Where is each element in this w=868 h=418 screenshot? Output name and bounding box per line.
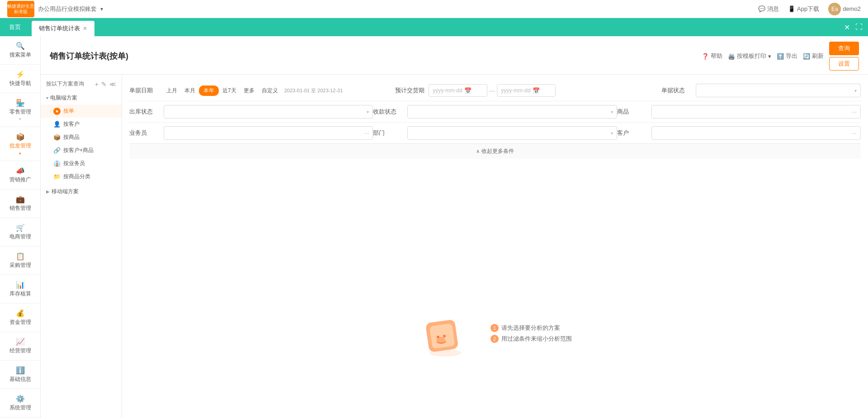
- department-label: 部门: [373, 129, 405, 137]
- department-select[interactable]: ▾: [407, 126, 617, 140]
- scheme-item-by-product[interactable]: 📦 按商品: [41, 131, 122, 144]
- page-header: 销售订单统计表(按单) ❓ 帮助 🖨️ 按模板打印 ▾ ⬆️ 导出 🔄 刷新: [41, 36, 868, 75]
- collapse-bar[interactable]: ∧ 收起更多条件: [129, 143, 861, 159]
- customer-dots-icon[interactable]: ···: [851, 129, 857, 137]
- help-label: 帮助: [711, 52, 722, 60]
- content: 销售订单统计表(按单) ❓ 帮助 🖨️ 按模板打印 ▾ ⬆️ 导出 🔄 刷新: [41, 36, 868, 418]
- sidebar-item-label: 搜索菜单: [9, 51, 31, 59]
- tab-close-icon[interactable]: ✕: [83, 25, 87, 32]
- tabbar: 首页 销售订单统计表 ✕ ✕ ⛶: [0, 18, 868, 36]
- date-btn-this-month[interactable]: 本月: [181, 85, 199, 96]
- tab-label: 销售订单统计表: [39, 24, 80, 33]
- scheme-group-desktop: ▾ 电脑端方案 ● 按单 👤 按客户 📦 按商品: [41, 91, 122, 183]
- scheme-item-label: 按商品分类: [63, 173, 90, 180]
- scheme-item-by-order[interactable]: ● 按单: [41, 104, 122, 118]
- export-btn[interactable]: ⬆️ 导出: [777, 52, 797, 60]
- scheme-edit-icon[interactable]: ✎: [101, 81, 107, 88]
- app-download-btn[interactable]: 📱 App下载: [788, 5, 819, 13]
- order-status-chevron-icon: ▾: [854, 88, 857, 93]
- product-input[interactable]: ···: [651, 105, 861, 119]
- tab-sales-order-stats[interactable]: 销售订单统计表 ✕: [32, 21, 94, 36]
- app-dropdown[interactable]: ▾: [100, 6, 103, 12]
- scheme-item-label: 按单: [63, 107, 74, 115]
- chevron-icon: ▾: [19, 117, 21, 121]
- salesperson-dots-icon[interactable]: ···: [364, 129, 369, 137]
- sidebar-item-system[interactable]: ⚙️ 系统管理: [0, 389, 40, 418]
- scheme-item-label: 按商品: [63, 133, 80, 141]
- window-close-btn[interactable]: ✕: [844, 23, 850, 32]
- scheme-group-desktop-header[interactable]: ▾ 电脑端方案: [41, 91, 122, 104]
- setting-button[interactable]: 设置: [829, 57, 859, 71]
- sidebar-item-ecommerce[interactable]: 🛒 电商管理: [0, 218, 40, 247]
- sidebar-item-finance[interactable]: 💰 资金管理: [0, 304, 40, 332]
- logo-text: 畅捷通好生意标准版: [7, 4, 34, 14]
- query-button[interactable]: 查询: [829, 42, 859, 55]
- date-btn-this-year[interactable]: 本年: [199, 86, 219, 96]
- receipt-status-select[interactable]: ▾: [407, 105, 617, 119]
- message-label: 消息: [767, 5, 779, 13]
- customer-icon: 👤: [53, 121, 61, 128]
- scheme-group-mobile-arrow-icon: ▶: [46, 189, 50, 194]
- scheme-item-by-customer-product[interactable]: 🔗 按客户+商品: [41, 144, 122, 157]
- sidebar-item-label: 快捷导航: [9, 80, 31, 87]
- scheme-item-by-product-category[interactable]: 📁 按商品分类: [41, 170, 122, 183]
- scheme-group-mobile-header[interactable]: ▶ 移动端方案: [41, 185, 122, 198]
- user-name: demo2: [843, 5, 861, 12]
- scheme-add-icon[interactable]: +: [95, 81, 99, 88]
- print-dropdown-icon: ▾: [768, 53, 771, 60]
- sidebar-item-base-info[interactable]: ℹ️ 基础信息: [0, 361, 40, 389]
- marketing-icon: 📣: [16, 166, 25, 175]
- inner-layout: 按以下方案查询 + ✎ ≪ ▾ 电脑端方案 ● 按单: [41, 75, 868, 418]
- outbound-status-select[interactable]: ▾: [164, 105, 373, 119]
- print-label: 按模板打印: [737, 52, 766, 60]
- hint-text-1: 请先选择要分析的方案: [501, 324, 560, 332]
- order-status-select[interactable]: ▾: [696, 84, 861, 97]
- print-template-btn[interactable]: 🖨️ 按模板打印 ▾: [728, 52, 771, 60]
- expected-delivery-from[interactable]: yyyy-mm-dd 📅: [429, 84, 487, 97]
- message-icon: 💬: [758, 5, 765, 12]
- product-icon: 📦: [53, 134, 61, 141]
- sidebar-item-wholesale[interactable]: 📦 批发管理 ▴: [0, 127, 40, 161]
- scheme-collapse-icon[interactable]: ≪: [109, 81, 116, 88]
- scheme-item-by-salesperson[interactable]: 👔 按业务员: [41, 157, 122, 170]
- app-download-icon: 📱: [788, 5, 795, 12]
- date-btn-custom[interactable]: 自定义: [258, 85, 282, 96]
- date-btn-last-7-days[interactable]: 近7天: [219, 85, 240, 96]
- customer-input[interactable]: ···: [651, 126, 861, 140]
- help-btn[interactable]: ❓ 帮助: [702, 52, 722, 60]
- receipt-chevron-icon: ▾: [611, 109, 613, 114]
- sidebar-item-marketing[interactable]: 📣 营销推广: [0, 161, 40, 190]
- sidebar-item-label: 营销推广: [9, 176, 31, 184]
- scheme-item-by-customer[interactable]: 👤 按客户: [41, 118, 122, 131]
- filter-row-1: 单据日期 上月 本月 本年 近7天 更多 自定义 2023-01-01 至 20…: [129, 80, 861, 101]
- scheme-panel-icons: + ✎ ≪: [95, 81, 116, 88]
- salesperson-input[interactable]: ···: [164, 126, 373, 140]
- tab-home[interactable]: 首页: [0, 18, 30, 36]
- message-btn[interactable]: 💬 消息: [758, 5, 779, 13]
- sidebar-item-label: 库存核算: [9, 290, 31, 298]
- date-btn-last-month[interactable]: 上月: [163, 85, 181, 96]
- refresh-label: 刷新: [812, 52, 824, 60]
- ecommerce-icon: 🛒: [16, 223, 25, 232]
- date-btn-more[interactable]: 更多: [240, 85, 258, 96]
- sidebar-item-quick-nav[interactable]: ⚡ 快捷导航: [0, 65, 40, 93]
- logo: 畅捷通好生意标准版: [7, 1, 34, 17]
- sidebar-item-search[interactable]: 🔍 搜索菜单: [0, 36, 40, 65]
- sidebar-item-sales[interactable]: 💼 销售管理: [0, 190, 40, 218]
- expected-delivery-to[interactable]: yyyy-mm-dd 📅: [497, 84, 556, 97]
- sidebar-item-purchase[interactable]: 📋 采购管理: [0, 247, 40, 275]
- window-expand-btn[interactable]: ⛶: [855, 23, 863, 31]
- filter-panel: 单据日期 上月 本月 本年 近7天 更多 自定义 2023-01-01 至 20…: [122, 75, 868, 252]
- product-dots-icon[interactable]: ···: [851, 108, 857, 115]
- sidebar-item-retail[interactable]: 🏪 零售管理 ▾: [0, 93, 40, 127]
- scheme-item-label: 按业务员: [63, 160, 85, 167]
- refresh-btn[interactable]: 🔄 刷新: [803, 52, 824, 60]
- user-menu[interactable]: Ea demo2: [828, 3, 861, 15]
- svg-rect-2: [429, 323, 455, 349]
- sidebar-item-inventory[interactable]: 📊 库存核算: [0, 275, 40, 304]
- sidebar-item-operations[interactable]: 📈 经营管理: [0, 332, 40, 361]
- sidebar-item-label: 零售管理: [9, 108, 31, 116]
- filter-row-3: 业务员 ··· 部门 ▾: [129, 123, 861, 143]
- purchase-icon: 📋: [16, 252, 25, 261]
- salesperson-label: 业务员: [129, 129, 161, 137]
